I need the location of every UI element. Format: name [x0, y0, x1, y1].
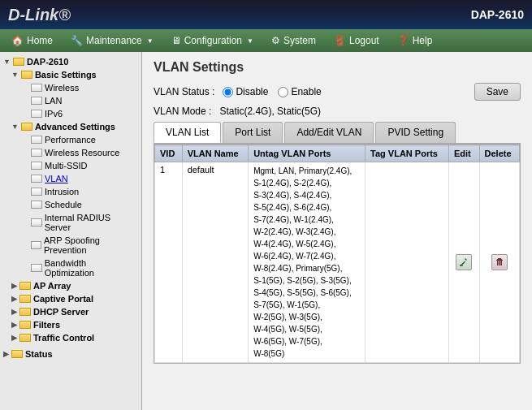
- maintenance-icon: 🔧: [71, 35, 83, 46]
- configuration-arrow-icon: ▼: [247, 37, 253, 45]
- sidebar-item-lan[interactable]: LAN: [16, 94, 141, 107]
- tab-pvid-setting[interactable]: PVID Setting: [375, 122, 456, 143]
- sidebar-filters-header[interactable]: ▶ Filters: [8, 318, 141, 331]
- col-tag-ports: Tag VLAN Ports: [365, 145, 449, 162]
- maintenance-arrow-icon: ▼: [147, 37, 154, 45]
- sidebar-item-ipv6[interactable]: IPv6: [16, 107, 141, 120]
- sidebar-basic-settings-group: ▼ Basic Settings Wireless LAN I: [0, 68, 141, 120]
- header: D-Link® DAP-2610: [0, 0, 532, 29]
- sidebar-dhcp-header[interactable]: ▶ DHCP Server: [8, 305, 141, 318]
- enable-radio-label[interactable]: Enable: [278, 86, 321, 97]
- content-area: VLAN Settings VLAN Status : Disable Enab…: [142, 52, 532, 410]
- sidebar-lan-label: LAN: [45, 96, 62, 106]
- cell-tag-ports: [365, 162, 449, 363]
- enable-radio[interactable]: [278, 87, 288, 97]
- edit-icon: [459, 257, 469, 267]
- nav-maintenance[interactable]: 🔧 Maintenance ▼: [63, 32, 162, 49]
- sidebar-filters-group: ▶ Filters: [0, 318, 141, 331]
- disable-radio-label[interactable]: Disable: [223, 86, 268, 97]
- edit-button[interactable]: [456, 254, 472, 270]
- sidebar-ipv6-label: IPv6: [45, 109, 63, 119]
- svg-marker-1: [465, 258, 467, 261]
- folder-status-icon: [11, 350, 23, 358]
- enable-label: Enable: [291, 86, 321, 97]
- page-wireless-resource-icon: [31, 149, 42, 157]
- save-button[interactable]: Save: [474, 83, 521, 101]
- col-vid: VID: [155, 145, 183, 162]
- nav-home[interactable]: 🏠 Home: [3, 32, 61, 49]
- cell-vlan-name: default: [182, 162, 249, 363]
- nav-system-label: System: [283, 35, 316, 46]
- svg-rect-2: [460, 265, 463, 266]
- nav-help[interactable]: ❓ Help: [389, 32, 441, 49]
- page-ipv6-icon: [31, 110, 42, 118]
- sidebar-basic-settings-header[interactable]: ▼ Basic Settings: [8, 68, 141, 81]
- page-performance-icon: [31, 136, 42, 144]
- svg-rect-8: [500, 261, 502, 265]
- sidebar-item-schedule[interactable]: Schedule: [16, 198, 141, 211]
- sidebar-item-wireless-resource[interactable]: Wireless Resource: [16, 146, 141, 159]
- sidebar-captive-portal-header[interactable]: ▶ Captive Portal: [8, 292, 141, 305]
- nav-help-label: Help: [413, 35, 433, 46]
- sidebar-schedule-label: Schedule: [45, 200, 82, 209]
- sidebar-item-bandwidth[interactable]: Bandwidth Optimization: [16, 257, 141, 279]
- help-icon: ❓: [397, 35, 409, 46]
- nav-configuration[interactable]: 🖥 Configuration ▼: [163, 32, 262, 49]
- sidebar-dhcp-label: DHCP Server: [33, 307, 89, 317]
- delete-button[interactable]: [491, 254, 508, 270]
- page-internal-radius-icon: [31, 218, 42, 227]
- expand-advanced-icon: ▼: [11, 123, 19, 131]
- nav-logout[interactable]: 🚪 Logout: [326, 32, 387, 49]
- sidebar-advanced-label: Advanced Settings: [35, 122, 115, 132]
- sidebar-captive-portal-label: Captive Portal: [33, 294, 93, 304]
- nav-home-label: Home: [27, 35, 53, 46]
- sidebar: ▼ DAP-2610 ▼ Basic Settings Wireless: [0, 52, 142, 410]
- navbar: 🏠 Home 🔧 Maintenance ▼ 🖥 Configuration ▼…: [0, 29, 532, 52]
- vlan-table-container: VID VLAN Name Untag VLAN Ports Tag VLAN …: [154, 144, 521, 364]
- sidebar-vlan-label: VLAN: [45, 174, 68, 183]
- nav-system[interactable]: ⚙ System: [263, 32, 324, 49]
- sidebar-advanced-settings-header[interactable]: ▼ Advanced Settings: [8, 120, 141, 133]
- disable-radio[interactable]: [223, 87, 233, 97]
- sidebar-item-multi-ssid[interactable]: Multi-SSID: [16, 159, 141, 172]
- page-vlan-icon: [31, 175, 42, 183]
- logo: D-Link®: [8, 6, 71, 24]
- tab-port-list[interactable]: Port List: [223, 122, 283, 143]
- sidebar-item-wireless[interactable]: Wireless: [16, 81, 141, 94]
- sidebar-root: ▼ DAP-2610 ▼ Basic Settings Wireless: [0, 55, 141, 344]
- sidebar-advanced-settings-group: ▼ Advanced Settings Performance Wireless…: [0, 120, 141, 279]
- folder-basic-icon: [21, 71, 32, 79]
- cell-vid: 1: [155, 162, 183, 363]
- sidebar-ap-array-header[interactable]: ▶ AP Array: [8, 279, 141, 292]
- sidebar-ap-array-group: ▶ AP Array: [0, 279, 141, 292]
- sidebar-item-internal-radius[interactable]: Internal RADIUS Server: [16, 211, 141, 234]
- cell-untag-ports: Mgmt, LAN, Primary(2.4G), S-1(2.4G), S-2…: [249, 162, 365, 363]
- sidebar-status-label: Status: [25, 349, 53, 359]
- sidebar-traffic-header[interactable]: ▶ Traffic Control: [8, 331, 141, 344]
- sidebar-item-intrusion[interactable]: Intrusion: [16, 185, 141, 198]
- nav-logout-label: Logout: [349, 35, 379, 46]
- disable-label: Disable: [236, 86, 268, 97]
- sidebar-item-performance[interactable]: Performance: [16, 133, 141, 146]
- page-arp-icon: [31, 241, 41, 249]
- sidebar-status-header[interactable]: ▶ Status: [0, 347, 141, 360]
- sidebar-item-arp-spoofing[interactable]: ARP Spoofing Prevention: [16, 234, 141, 257]
- tab-add-edit-vlan[interactable]: Add/Edit VLAN: [284, 122, 374, 143]
- sidebar-internal-radius-label: Internal RADIUS Server: [45, 213, 136, 232]
- table-row: 1 default Mgmt, LAN, Primary(2.4G), S-1(…: [155, 162, 520, 363]
- sidebar-performance-label: Performance: [45, 135, 96, 145]
- expand-basic-icon: ▼: [11, 71, 19, 79]
- svg-rect-7: [499, 261, 500, 265]
- sidebar-item-vlan[interactable]: VLAN: [16, 172, 141, 185]
- model-label: DAP-2610: [471, 8, 524, 21]
- system-icon: ⚙: [271, 35, 280, 46]
- sidebar-traffic-group: ▶ Traffic Control: [0, 331, 141, 344]
- col-vlan-name: VLAN Name: [182, 145, 249, 162]
- logo-text: D-Link: [8, 6, 58, 24]
- sidebar-root-header[interactable]: ▼ DAP-2610: [0, 55, 141, 68]
- sidebar-multi-ssid-label: Multi-SSID: [45, 161, 88, 170]
- content-inner: VLAN Settings VLAN Status : Disable Enab…: [142, 52, 532, 372]
- col-untag-ports: Untag VLAN Ports: [249, 145, 365, 162]
- tab-vlan-list[interactable]: VLAN List: [154, 122, 221, 143]
- cell-delete: [479, 162, 519, 363]
